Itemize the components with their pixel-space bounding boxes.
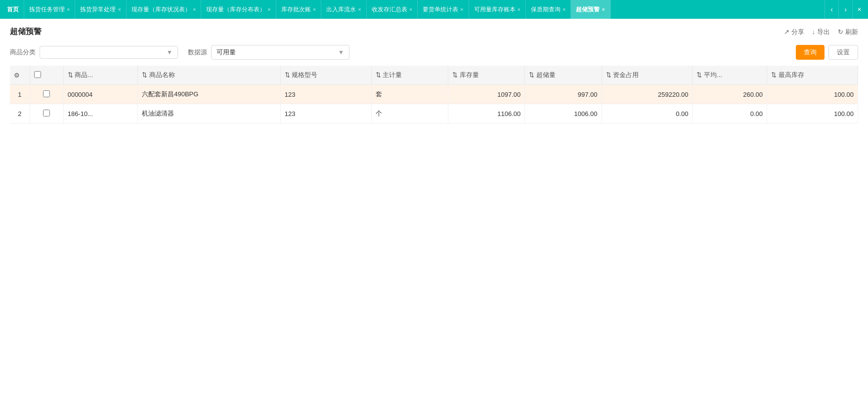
table-row: 2 186-10... 机油滤清器 123 个 1106.00 1006.00 … (10, 104, 858, 123)
row-product-code: 186-10... (63, 104, 138, 123)
nav-tab-1[interactable]: 拣货任务管理 × (24, 0, 75, 19)
nav-tab-10[interactable]: 保质期查询 × (526, 0, 571, 19)
nav-tab-2[interactable]: 拣货异常处理 × (75, 0, 126, 19)
close-icon[interactable]: × (358, 6, 361, 12)
datasource-value: 可用量 (217, 48, 236, 57)
category-label: 商品分类 (10, 48, 36, 57)
row-unit: 个 (371, 104, 448, 123)
col-product-code: ⇅ 商品... (63, 66, 138, 85)
datasource-label: 数据源 (188, 48, 207, 57)
row-product-code: 0000004 (63, 85, 138, 104)
nav-tab-home[interactable]: 首页 (2, 0, 24, 19)
page-header: 超储预警 ↗ 分享 ↓ 导出 ↻ 刷新 (10, 27, 858, 37)
row-checkbox-cell[interactable] (30, 104, 63, 123)
settings-gear-col[interactable]: ⚙ (10, 66, 30, 85)
col-product-name: ⇅ 商品名称 (138, 66, 280, 85)
share-icon: ↗ (784, 28, 789, 36)
row-max-stock: 100.00 (767, 85, 858, 104)
nav-tab-11[interactable]: 超储预警 × (571, 0, 610, 19)
close-icon[interactable]: × (118, 6, 121, 12)
row-avg: 0.00 (693, 104, 767, 123)
nav-tab-6[interactable]: 出入库流水 × (321, 0, 366, 19)
row-checkbox[interactable] (43, 90, 50, 97)
refresh-button[interactable]: ↻ 刷新 (838, 28, 858, 37)
row-avg: 260.00 (693, 85, 767, 104)
col-stock: ⇅ 库存量 (448, 66, 524, 85)
category-select[interactable]: ▼ (40, 46, 178, 59)
close-icon[interactable]: × (67, 6, 70, 12)
nav-tab-9[interactable]: 可用量库存账本 × (469, 0, 526, 19)
export-icon: ↓ (812, 28, 816, 36)
table-header-row: ⚙ ⇅ 商品... ⇅ 商品名称 ⇅ 规格型号 ⇅ 主计量 (10, 66, 858, 85)
row-checkbox-cell[interactable] (30, 85, 63, 104)
close-icon[interactable]: × (602, 6, 605, 12)
table-row: 1 0000004 六配套新昌490BPG 123 套 1097.00 997.… (10, 85, 858, 104)
row-product-name: 机油滤清器 (138, 104, 280, 123)
chevron-down-icon: ▼ (167, 49, 173, 56)
row-spec: 123 (280, 104, 371, 123)
row-capital: 259220.00 (602, 85, 693, 104)
export-button[interactable]: ↓ 导出 (812, 28, 830, 37)
col-avg: ⇅ 平均... (693, 66, 767, 85)
nav-tab-4[interactable]: 现存量（库存分布表） × (201, 0, 276, 19)
row-spec: 123 (280, 85, 371, 104)
row-over-stock: 1006.00 (525, 104, 602, 123)
nav-tab-3[interactable]: 现存量（库存状况表） × (127, 0, 201, 19)
close-icon[interactable]: × (563, 6, 565, 12)
filter-category: 商品分类 ▼ (10, 46, 178, 59)
filter-bar: 商品分类 ▼ 数据源 可用量 ▼ 查询 设置 (10, 45, 858, 60)
select-all-checkbox[interactable] (34, 71, 41, 78)
col-capital: ⇅ 资金占用 (602, 66, 693, 85)
col-unit: ⇅ 主计量 (371, 66, 448, 85)
row-seq: 2 (10, 104, 30, 123)
refresh-icon: ↻ (838, 28, 843, 36)
nav-prev-button[interactable]: ‹ (825, 0, 838, 19)
row-over-stock: 997.00 (525, 85, 602, 104)
nav-tab-8[interactable]: 要货单统计表 × (418, 0, 469, 19)
row-stock: 1097.00 (448, 85, 524, 104)
close-icon[interactable]: × (313, 6, 316, 12)
page-content: 超储预警 ↗ 分享 ↓ 导出 ↻ 刷新 商品分类 ▼ 数据源 (0, 19, 868, 395)
close-icon[interactable]: × (460, 6, 463, 12)
col-spec: ⇅ 规格型号 (280, 66, 371, 85)
row-product-name: 六配套新昌490BPG (138, 85, 280, 104)
settings-button[interactable]: 设置 (828, 45, 858, 60)
row-capital: 0.00 (602, 104, 693, 123)
row-seq: 1 (10, 85, 30, 104)
close-icon[interactable]: × (409, 6, 412, 12)
filter-datasource: 数据源 可用量 ▼ (188, 45, 349, 60)
page-title: 超储预警 (10, 27, 42, 37)
col-over-stock: ⇅ 超储量 (525, 66, 602, 85)
row-unit: 套 (371, 85, 448, 104)
share-button[interactable]: ↗ 分享 (784, 28, 804, 37)
close-icon[interactable]: × (518, 6, 521, 12)
datasource-select[interactable]: 可用量 ▼ (211, 45, 349, 60)
col-max-stock: ⇅ 最高库存 (767, 66, 858, 85)
row-max-stock: 100.00 (767, 104, 858, 123)
nav-next-button[interactable]: › (838, 0, 852, 19)
nav-close-button[interactable]: × (852, 0, 866, 19)
row-checkbox[interactable] (43, 110, 50, 117)
top-nav: 首页 拣货任务管理 × 拣货异常处理 × 现存量（库存状况表） × 现存量（库存… (0, 0, 868, 19)
close-icon[interactable]: × (193, 6, 196, 12)
nav-tab-7[interactable]: 收发存汇总表 × (367, 0, 418, 19)
data-table: ⚙ ⇅ 商品... ⇅ 商品名称 ⇅ 规格型号 ⇅ 主计量 (10, 66, 858, 123)
query-button[interactable]: 查询 (796, 45, 825, 60)
col-checkbox (30, 66, 63, 85)
chevron-down-icon: ▼ (338, 49, 344, 56)
nav-arrows: ‹ › × (825, 0, 866, 19)
nav-tab-5[interactable]: 库存批次账 × (276, 0, 321, 19)
close-icon[interactable]: × (267, 6, 270, 12)
row-stock: 1106.00 (448, 104, 524, 123)
filter-actions: 查询 设置 (796, 45, 858, 60)
header-actions: ↗ 分享 ↓ 导出 ↻ 刷新 (784, 28, 859, 37)
